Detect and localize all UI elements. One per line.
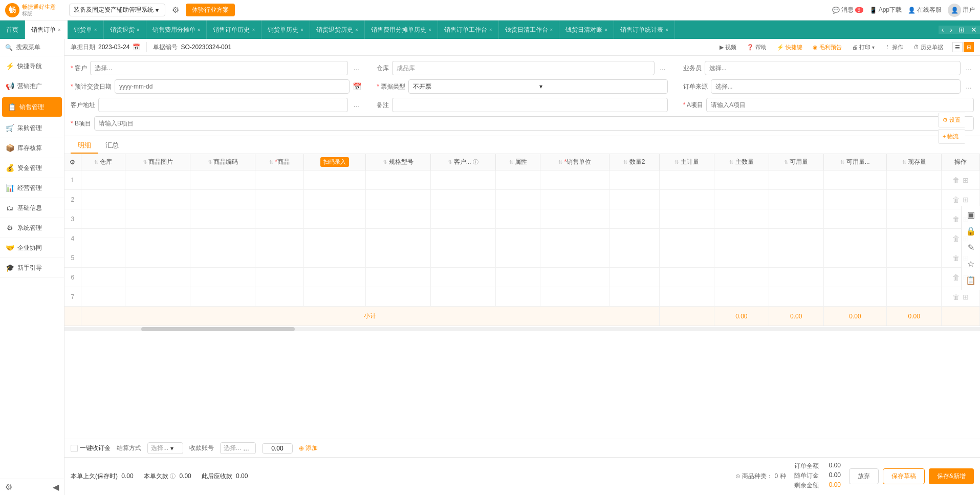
row-code[interactable] xyxy=(190,170,255,190)
delete-btn[interactable]: 🗑 xyxy=(952,234,960,243)
settings-gear-icon[interactable]: ⚙ xyxy=(168,3,183,17)
tab-order-workbench[interactable]: 销售订单工作台 × xyxy=(438,20,499,39)
collapse-btn[interactable]: ◀ xyxy=(53,482,59,492)
sidebar-item-inventory[interactable]: 📦 库存核算 xyxy=(0,138,64,158)
tab-invoice-history[interactable]: 销货单历史 × xyxy=(262,20,310,39)
address-ellipsis-btn[interactable]: … xyxy=(351,101,361,109)
history-btn[interactable]: ⏱ 历史单据 xyxy=(910,42,946,52)
user-avatar[interactable]: 👤 用户 xyxy=(948,4,975,17)
row-product[interactable] xyxy=(255,248,304,268)
order-source-ellipsis-btn[interactable]: … xyxy=(964,83,974,90)
shortcuts-btn[interactable]: ⚡ 快捷键 xyxy=(774,42,805,52)
sidebar-item-guide[interactable]: 🎓 新手引导 xyxy=(0,258,64,278)
a-project-input[interactable] xyxy=(706,98,974,112)
tab-next-btn[interactable]: › xyxy=(947,26,955,34)
view-btn[interactable]: ▶ 视频 xyxy=(716,42,739,52)
horizontal-scrollbar[interactable] xyxy=(64,327,980,331)
row-spec[interactable] xyxy=(366,170,431,190)
row-customer-code[interactable] xyxy=(431,268,496,287)
scan-btn[interactable]: 扫码录入 xyxy=(320,157,349,167)
settings-panel-btn[interactable]: ⚙ 设置 xyxy=(938,113,965,127)
delete-btn[interactable]: 🗑 xyxy=(952,215,960,223)
sort-icon[interactable]: ⇅ xyxy=(840,159,844,165)
sidebar-search-btn[interactable]: 🔍 搜索菜单 xyxy=(0,39,64,56)
row-unit[interactable] xyxy=(540,248,609,268)
tab-sales-stats[interactable]: 销售订单统计表 × xyxy=(614,20,675,39)
row-main-qty[interactable] xyxy=(714,190,769,209)
row-product[interactable] xyxy=(255,287,304,307)
row-product[interactable] xyxy=(255,229,304,248)
row-warehouse[interactable] xyxy=(81,268,125,287)
customer-input[interactable] xyxy=(90,61,348,75)
copy-btn[interactable]: ⊞ xyxy=(963,176,969,184)
row-customer-code[interactable] xyxy=(431,229,496,248)
sidebar-item-sales[interactable]: 📋 销售管理 xyxy=(2,97,62,117)
tab-detail[interactable]: 明细 xyxy=(71,138,98,154)
row-qty2[interactable] xyxy=(609,190,659,209)
delete-btn[interactable]: 🗑 xyxy=(952,196,960,204)
row-attr[interactable] xyxy=(496,229,540,248)
row-unit[interactable] xyxy=(540,287,609,307)
row-spec[interactable] xyxy=(366,190,431,209)
row-code[interactable] xyxy=(190,248,255,268)
float-btn-5[interactable]: 📋 xyxy=(964,273,978,288)
sort-icon[interactable]: ⇅ xyxy=(448,159,452,165)
tab-close-icon[interactable]: × xyxy=(300,27,303,33)
tab-close-icon[interactable]: × xyxy=(355,27,358,33)
float-btn-1[interactable]: ▣ xyxy=(964,208,978,222)
sort-icon[interactable]: ⇅ xyxy=(143,159,147,165)
tab-close-icon[interactable]: × xyxy=(252,27,255,33)
tab-expense-history[interactable]: 销售费用分摊单历史 × xyxy=(365,20,438,39)
row-warehouse[interactable] xyxy=(81,287,125,307)
row-code[interactable] xyxy=(190,190,255,209)
remark-input[interactable] xyxy=(392,98,667,112)
tab-close-icon[interactable]: × xyxy=(58,27,61,33)
sidebar-item-quick-nav[interactable]: ⚡ 快捷导航 xyxy=(0,56,64,76)
row-code[interactable] xyxy=(190,268,255,287)
row-main-qty[interactable] xyxy=(714,170,769,190)
row-main-qty[interactable] xyxy=(714,268,769,287)
sort-icon[interactable]: ⇅ xyxy=(623,159,627,165)
print-btn[interactable]: 🖨 打印 ▾ xyxy=(849,42,878,52)
sidebar-item-purchase[interactable]: 🛒 采购管理 xyxy=(0,118,64,138)
copy-btn[interactable]: ⊞ xyxy=(963,293,969,301)
warehouse-input[interactable] xyxy=(392,61,654,75)
delivery-date-input[interactable] xyxy=(115,79,350,94)
invoice-type-select[interactable]: 不开票 ▾ xyxy=(408,79,667,94)
row-attr[interactable] xyxy=(496,170,540,190)
row-attr[interactable] xyxy=(496,248,540,268)
system-selector[interactable]: 装备及固定资产辅助管理系统 ▾ xyxy=(69,4,165,16)
tab-close-all-btn[interactable]: ✕ xyxy=(968,26,980,34)
order-source-input[interactable] xyxy=(711,79,961,94)
sidebar-item-system[interactable]: ⚙ 系统管理 xyxy=(0,218,64,238)
delete-btn[interactable]: 🗑 xyxy=(952,293,960,301)
row-attr[interactable] xyxy=(496,287,540,307)
settlement-select[interactable]: 选择... ▾ xyxy=(147,442,183,454)
sort-icon[interactable]: ⇅ xyxy=(383,159,387,165)
tab-prev-btn[interactable]: ‹ xyxy=(939,26,947,34)
tab-return-history[interactable]: 销货退货历史 × xyxy=(310,20,365,39)
messages-btn[interactable]: 💬 消息 9 xyxy=(832,6,863,14)
row-attr[interactable] xyxy=(496,268,540,287)
row-main-qty[interactable] xyxy=(714,209,769,229)
sort-icon[interactable]: ⇅ xyxy=(729,159,733,165)
warehouse-ellipsis-btn[interactable]: … xyxy=(658,64,668,72)
b-project-input[interactable] xyxy=(94,116,974,131)
row-product[interactable] xyxy=(255,190,304,209)
tab-close-icon[interactable]: × xyxy=(550,27,553,33)
salesperson-ellipsis-btn[interactable]: … xyxy=(964,64,974,72)
tab-order-history[interactable]: 销售订单历史 × xyxy=(207,20,262,39)
row-warehouse[interactable] xyxy=(81,190,125,209)
row-attr[interactable] xyxy=(496,209,540,229)
row-attr[interactable] xyxy=(496,190,540,209)
delete-btn[interactable]: 🗑 xyxy=(952,254,960,262)
sort-icon[interactable]: ⇅ xyxy=(269,159,273,165)
account-select[interactable]: 选择... … xyxy=(220,442,256,454)
tab-close-icon[interactable]: × xyxy=(428,27,431,33)
sidebar-item-operations[interactable]: 📊 经营管理 xyxy=(0,178,64,198)
row-qty2[interactable] xyxy=(609,287,659,307)
row-customer-code[interactable] xyxy=(431,209,496,229)
customer-address-input[interactable] xyxy=(98,98,348,112)
app-download-btn[interactable]: 📱 App下载 xyxy=(869,6,902,14)
row-qty2[interactable] xyxy=(609,229,659,248)
